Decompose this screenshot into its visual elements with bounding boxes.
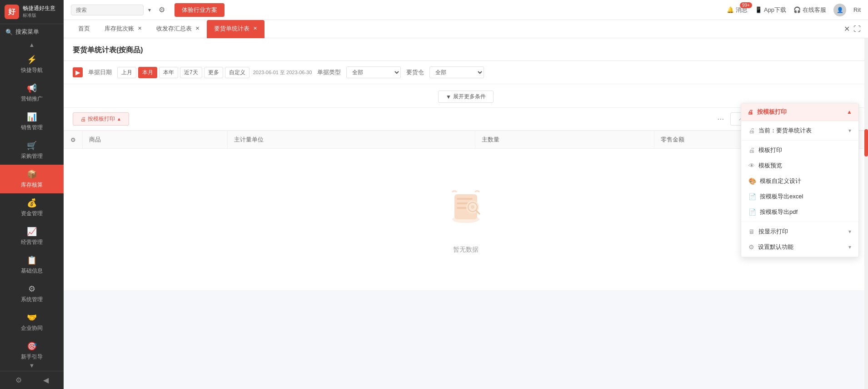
sidebar-item-finance[interactable]: 💰 资金管理 <box>0 193 64 222</box>
print-dropdown: 🖨 按模板打印 ▲ 🖨 当前：要货单统计表 ▾ 🖨 模板打印 <box>741 103 859 258</box>
tabs-bar: 首页 库存批次账 ✕ 收发存汇总表 ✕ 要货单统计表 ✕ ✕ ⛶ <box>64 20 868 38</box>
expand-icon: ▼ <box>446 94 451 100</box>
print-template-btn[interactable]: 🖨 按模板打印 ▲ <box>73 112 129 126</box>
svg-rect-2 <box>457 198 473 200</box>
sidebar-item-inventory[interactable]: 📦 库存核算 <box>0 165 64 193</box>
sales-icon: 📊 <box>27 112 37 122</box>
date-btn-last-month[interactable]: 上月 <box>117 67 136 78</box>
expand-more-btn[interactable]: ▼ 展开更多条件 <box>438 91 494 103</box>
maximize-window-btn[interactable]: ⛶ <box>853 25 861 33</box>
print-dropdown-item-template-design[interactable]: 🎨 模板自定义设计 <box>741 173 858 189</box>
export-pdf-icon: 📄 <box>748 208 756 216</box>
print-dropdown-item-template-print[interactable]: 🖨 模板打印 <box>741 142 858 158</box>
user-name: Rit <box>853 6 861 13</box>
avatar[interactable]: 👤 <box>833 4 846 16</box>
date-btn-current-month[interactable]: 本月 <box>138 67 157 78</box>
sidebar-item-label: 基础信息 <box>21 267 43 275</box>
table-settings-icon[interactable]: ⚙ <box>70 136 76 143</box>
logo-icon: 好 <box>5 5 19 19</box>
print-dropdown-header[interactable]: 🖨 按模板打印 ▲ <box>741 103 858 121</box>
template-print-icon: 🖨 <box>748 147 755 154</box>
sidebar-item-operation[interactable]: 📈 经营管理 <box>0 222 64 251</box>
online-service-btn[interactable]: 🎧 在线客服 <box>793 6 826 14</box>
sidebar-item-label: 企业协同 <box>21 324 43 332</box>
right-scrollbar[interactable] <box>864 38 868 389</box>
batch-account-tab-close[interactable]: ✕ <box>138 26 142 31</box>
date-btn-custom[interactable]: 自定义 <box>225 67 249 78</box>
current-label: 当前：要货单统计表 <box>758 126 812 135</box>
date-range-text: 2023-06-01 至 2023-06-30 <box>253 69 312 76</box>
sidebar-item-sales[interactable]: 📊 销售管理 <box>0 107 64 136</box>
sidebar-item-label: 营销推广 <box>21 95 43 103</box>
print-dropdown-item-template-preview[interactable]: 👁 模板预览 <box>741 158 858 173</box>
display-print-item[interactable]: 🖥 按显示打印 ▾ <box>741 224 858 239</box>
close-window-btn[interactable]: ✕ <box>844 25 850 33</box>
template-design-icon: 🎨 <box>748 177 756 185</box>
set-default-icon: ⚙ <box>748 243 754 251</box>
print-dropdown-current-item[interactable]: 🖨 当前：要货单统计表 ▾ <box>741 123 858 138</box>
bell-icon: 🔔 <box>727 6 734 13</box>
topbar-actions: 🔔 消息 99+ 📱 App下载 🎧 在线客服 👤 Rit <box>727 4 861 16</box>
footer-settings-btn[interactable]: ⚙ <box>15 376 22 384</box>
empty-illustration <box>443 185 489 240</box>
current-chevron: ▾ <box>848 127 851 134</box>
notifications-badge: 99+ <box>740 2 752 8</box>
sidebar-item-cooperation[interactable]: 🤝 企业协同 <box>0 308 64 337</box>
sidebar-item-purchase[interactable]: 🛒 采购管理 <box>0 136 64 165</box>
date-btn-last-7-days[interactable]: 近7天 <box>180 67 202 78</box>
goods-select[interactable]: 全部 <box>429 66 484 78</box>
online-service-label: 在线客服 <box>803 6 826 14</box>
sidebar-item-guide[interactable]: 🎯 新手引导 <box>0 337 64 360</box>
tab-batch-account[interactable]: 库存批次账 ✕ <box>97 20 149 38</box>
sidebar-item-quick-nav[interactable]: ⚡ 快捷导航 <box>0 50 64 79</box>
tab-home[interactable]: 首页 <box>71 20 97 38</box>
scroll-down-btn[interactable]: ▼ <box>0 360 64 371</box>
cooperation-icon: 🤝 <box>27 313 37 323</box>
empty-svg-icon <box>443 185 489 231</box>
print-dropdown-current-section: 🖨 当前：要货单统计表 ▾ <box>741 121 858 141</box>
sidebar-item-system[interactable]: ⚙ 系统管理 <box>0 279 64 308</box>
template-preview-icon: 👁 <box>748 162 755 169</box>
display-print-chevron: ▾ <box>848 228 851 235</box>
tab-receipt-summary[interactable]: 收发存汇总表 ✕ <box>149 20 207 38</box>
sidebar-footer: ⚙ ◀ <box>0 371 64 389</box>
topbar-search-input[interactable] <box>71 5 144 15</box>
sidebar-item-basic[interactable]: 📋 基础信息 <box>0 251 64 279</box>
sidebar: 好 畅捷通好生意 标准版 🔍 搜索菜单 ▲ ⚡ 快捷导航 📢 营销推广 📊 销售… <box>0 0 64 389</box>
tab-order-stats[interactable]: 要货单统计表 ✕ <box>207 20 264 38</box>
filter-toggle-btn[interactable]: ▶ <box>73 67 83 77</box>
footer-collapse-btn[interactable]: ◀ <box>43 376 49 384</box>
guide-icon: 🎯 <box>27 341 37 351</box>
order-type-select[interactable]: 全部 要货单 <box>346 66 401 78</box>
topbar-dropdown-btn[interactable]: ▾ <box>148 7 151 13</box>
topbar-settings-btn[interactable]: ⚙ <box>155 4 168 16</box>
date-btn-more[interactable]: 更多 <box>204 67 223 78</box>
sidebar-item-label: 系统管理 <box>21 296 43 303</box>
content-area: 要货单统计表(按商品) ▶ 单据日期 上月 本月 本年 近7天 更多 自定义 2… <box>64 38 868 389</box>
print-dropdown-item-export-pdf[interactable]: 📄 按模板导出pdf <box>741 204 858 220</box>
app-version: 标准版 <box>23 12 55 19</box>
basic-icon: 📋 <box>27 255 37 265</box>
date-btn-current-year[interactable]: 本年 <box>159 67 178 78</box>
display-print-label: 按显示打印 <box>758 227 788 236</box>
scroll-up-btn[interactable]: ▲ <box>0 40 64 50</box>
right-scrollbar-thumb[interactable] <box>864 129 868 157</box>
order-type-label: 单据类型 <box>317 68 341 76</box>
app-logo: 好 畅捷通好生意 标准版 <box>0 0 64 24</box>
display-print-icon: 🖥 <box>748 228 755 235</box>
set-default-item[interactable]: ⚙ 设置默认功能 ▾ <box>741 239 858 255</box>
sidebar-item-marketing[interactable]: 📢 营销推广 <box>0 79 64 107</box>
trial-btn[interactable]: 体验行业方案 <box>175 3 224 17</box>
export-excel-label: 按模板导出excel <box>760 192 803 201</box>
print-dropdown-item-export-excel[interactable]: 📄 按模板导出excel <box>741 189 858 204</box>
order-stats-tab-close[interactable]: ✕ <box>253 26 257 31</box>
receipt-summary-tab-close[interactable]: ✕ <box>195 26 200 31</box>
empty-text: 暂无数据 <box>453 246 479 254</box>
notifications-btn[interactable]: 🔔 消息 99+ <box>727 6 748 14</box>
more-actions-btn[interactable]: ··· <box>714 114 727 124</box>
print-template-label: 按模板打印 <box>88 115 115 123</box>
date-filter-label: 单据日期 <box>88 68 112 76</box>
app-download-btn[interactable]: 📱 App下载 <box>755 6 786 14</box>
marketing-icon: 📢 <box>27 83 37 93</box>
search-menu-item[interactable]: 🔍 搜索菜单 <box>0 24 64 40</box>
